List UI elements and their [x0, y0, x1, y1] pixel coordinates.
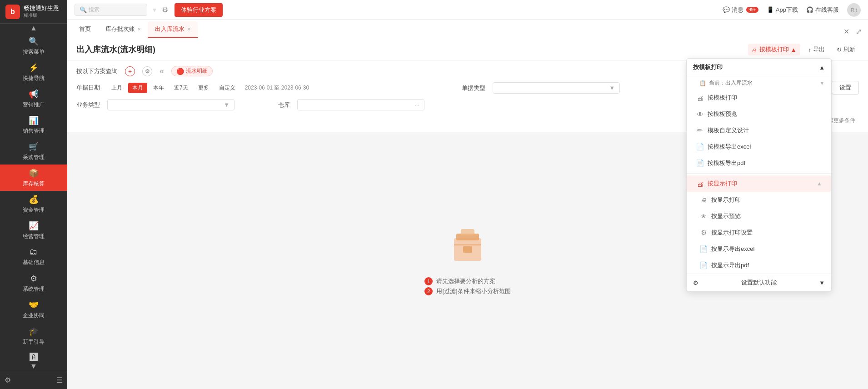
basic-icon: 🗂	[30, 247, 38, 257]
sidebar-item-shortcut[interactable]: ⚡ 快捷导航	[0, 59, 67, 85]
app-logo: b 畅捷通好生意 标准版	[0, 0, 67, 24]
system-icon: ⚙	[30, 274, 37, 284]
edit-icon: ✏	[696, 126, 704, 135]
chevron-up-icon: ▲	[791, 46, 797, 53]
sidebar-scroll-down[interactable]: ▼	[0, 362, 67, 371]
dropdown-sub-display-preview[interactable]: 👁 按显示预览	[687, 208, 831, 224]
dropdown-item-template-pdf[interactable]: 📄 按模板导出pdf	[687, 155, 831, 171]
window-maximize-icon[interactable]: ⤢	[854, 25, 863, 38]
tab-flow[interactable]: 出入库流水 ×	[148, 21, 197, 38]
empty-step-1: 1 请先选择要分析的方案	[424, 277, 510, 285]
sidebar-item-basic[interactable]: 🗂 基础信息	[0, 244, 67, 270]
sidebar-item-label: 资金管理	[23, 206, 45, 214]
biz-type-expand-icon: ▼	[224, 101, 229, 108]
tab-flow-label: 出入库流水	[155, 25, 185, 33]
trial-button[interactable]: 体验行业方案	[175, 3, 223, 17]
sidebar-item-guide[interactable]: 🎓 新手引导	[0, 323, 67, 349]
customer-service-label: 在线客服	[815, 6, 839, 14]
dropdown-item-label: 按模板导出pdf	[708, 159, 745, 167]
window-close-icon[interactable]: ✕	[842, 25, 851, 38]
dropdown-item-label: 按模板预览	[708, 110, 737, 118]
pdf-icon: 📄	[696, 159, 704, 167]
tab-flow-close-icon[interactable]: ×	[187, 26, 190, 32]
menu-toggle-icon[interactable]: ☰	[56, 376, 63, 384]
step-1-label: 请先选择要分析的方案	[436, 277, 495, 285]
topbar-search[interactable]: 🔍 搜索	[75, 4, 147, 16]
svg-rect-2	[461, 229, 474, 235]
dropdown-collapse-icon[interactable]: ▲	[819, 64, 825, 71]
page-title: 出入库流水(流水明细)	[76, 44, 155, 60]
set-button[interactable]: 设置	[832, 81, 859, 95]
sidebar-item-search[interactable]: 🔍 搜索菜单	[0, 33, 67, 59]
sidebar-item-operations[interactable]: 📈 经营管理	[0, 217, 67, 244]
dropdown-sub-label: 按显示打印设置	[711, 229, 753, 237]
sidebar-item-sales[interactable]: 📊 销售管理	[0, 112, 67, 138]
dropdown-item-template-custom[interactable]: ✏ 模板自定义设计	[687, 122, 831, 139]
refresh-button[interactable]: ↻ 刷新	[833, 44, 859, 55]
doc-type-select[interactable]: ▼	[493, 82, 620, 94]
customer-service-button[interactable]: 🎧 在线客服	[806, 6, 839, 14]
operations-icon: 📈	[29, 221, 39, 231]
sidebar-item-cooperation[interactable]: 🤝 企业协同	[0, 296, 67, 323]
export-icon: ↑	[808, 46, 812, 53]
filter-collapse-button[interactable]: «	[160, 66, 164, 76]
print-icon: 🖨	[752, 46, 758, 53]
dropdown-footer-settings[interactable]: ⚙ 设置默认功能 ▼	[687, 274, 831, 291]
export-label: 导出	[813, 45, 825, 54]
dropdown-footer-label: 设置默认功能	[741, 279, 777, 287]
sidebar-item-finance[interactable]: 💰 资金管理	[0, 191, 67, 217]
user-avatar[interactable]: Rit	[847, 3, 861, 17]
tab-batch-close-icon[interactable]: ×	[138, 26, 140, 32]
dropdown-sub-display-pdf[interactable]: 📄 按显示导出pdf	[687, 257, 831, 274]
dropdown-sub-label: 按显示导出pdf	[711, 261, 749, 269]
biz-type-select[interactable]: ▼	[107, 99, 234, 110]
dropdown-section-display[interactable]: 🖨 按显示打印 ▲	[687, 175, 831, 192]
sidebar-item-marketing[interactable]: 📢 营销推广	[0, 85, 67, 112]
display-settings-icon: ⚙	[699, 229, 708, 237]
message-button[interactable]: 💬 消息 99+	[723, 6, 758, 14]
sidebar-scroll-up[interactable]: ▲	[0, 24, 67, 33]
dropdown-item-template-print[interactable]: 🖨 按模板打印	[687, 90, 831, 106]
dropdown-sub-display-print[interactable]: 🖨 按显示打印	[687, 192, 831, 208]
topbar-gear-icon[interactable]: ⚙	[162, 5, 168, 14]
sidebar-item-label: 销售管理	[23, 127, 45, 135]
dropdown-sub-label: 按显示打印	[711, 196, 741, 204]
expand-icon[interactable]: ▼	[819, 80, 825, 86]
dropdown-item-template-excel[interactable]: 📄 按模板导出excel	[687, 139, 831, 155]
date-preset-last-7-days[interactable]: 近7天	[170, 83, 192, 93]
filter-add-button[interactable]: +	[125, 66, 135, 76]
sidebar-item-inventory[interactable]: 📦 库存核算	[0, 165, 67, 191]
date-preset-more[interactable]: 更多	[194, 83, 213, 93]
sidebar-item-system[interactable]: ⚙ 系统管理	[0, 270, 67, 296]
message-badge: 99+	[746, 7, 758, 13]
date-preset-last-month[interactable]: 上月	[107, 83, 126, 93]
print-template-button[interactable]: 🖨 按模板打印 ▲	[748, 44, 800, 55]
tab-home[interactable]: 首页	[72, 21, 98, 38]
display-excel-icon: 📄	[699, 245, 708, 253]
date-preset-custom[interactable]: 自定义	[215, 83, 239, 93]
app-download-button[interactable]: 📱 App下载	[767, 6, 798, 14]
warehouse-select[interactable]: ···	[297, 99, 424, 110]
date-preset-this-month[interactable]: 本月	[128, 83, 147, 93]
filter-chip-flow[interactable]: 🔴 流水明细	[171, 66, 213, 76]
tabbar-right: ✕ ⤢	[842, 25, 863, 38]
dropdown-divider	[687, 173, 831, 174]
settings-icon[interactable]: ⚙	[5, 376, 11, 384]
dropdown-sub-display-settings[interactable]: ⚙ 按显示打印设置	[687, 224, 831, 241]
filter-config-button[interactable]: ⚙	[142, 66, 152, 76]
sidebar-item-purchase[interactable]: 🛒 采购管理	[0, 138, 67, 165]
sidebar-item-appstore[interactable]: 🅰 应用中心	[0, 349, 67, 362]
export-button[interactable]: ↑ 导出	[805, 44, 829, 55]
dropdown-item-label: 按模板打印	[708, 94, 737, 102]
date-preset-this-year[interactable]: 本年	[149, 83, 168, 93]
content-area: 出入库流水(流水明细) 🖨 按模板打印 ▲ ↑ 导出 ↻ 刷新	[67, 38, 868, 389]
step-2-label: 用[过滤]条件来缩小分析范围	[436, 287, 510, 295]
dropdown-sub-display-excel[interactable]: 📄 按显示导出excel	[687, 241, 831, 257]
tab-batch-account[interactable]: 库存批次账 ×	[98, 21, 148, 38]
main-area: 🔍 搜索 ▾ ⚙ 体验行业方案 💬 消息 99+ 📱 App下载 🎧 在线客服 …	[67, 0, 868, 389]
topbar-divider: ▾	[153, 5, 156, 14]
guide-icon: 🎓	[29, 326, 39, 336]
dropdown-sub-label: 按显示预览	[711, 212, 741, 220]
dropdown-item-template-preview[interactable]: 👁 按模板预览	[687, 106, 831, 122]
tabbar: 首页 库存批次账 × 出入库流水 × ✕ ⤢	[67, 20, 868, 38]
